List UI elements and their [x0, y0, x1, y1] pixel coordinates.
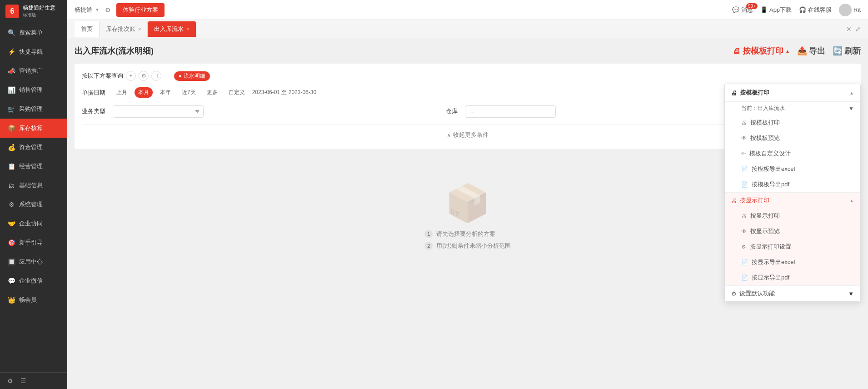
dp-template-excel-label: 按模板导出excel	[752, 165, 795, 173]
filter-row-1: 按以下方案查询 + ⚙ 《 ● 流水明细	[82, 71, 853, 81]
dp-template-print[interactable]: 🖨 按模板打印	[725, 115, 860, 130]
sidebar-bottom: ⚙ ☰	[0, 372, 67, 389]
dp-display-settings-label: 按显示打印设置	[750, 243, 791, 251]
sidebar-item-finance[interactable]: 💰 资金管理	[0, 138, 67, 157]
sidebar-item-inventory[interactable]: 📦 库存核算	[0, 119, 67, 138]
print-dropdown-panel: 🖨 按模板打印 ▲ 当前：出入库流水 ▼ 🖨 按模板打印	[724, 84, 861, 302]
sidebar-item-system[interactable]: ⚙ 系统管理	[0, 195, 67, 214]
dp-print-icon: 🖨	[731, 90, 737, 96]
vip-icon: 👑	[7, 296, 15, 304]
print-btn[interactable]: 🖨 按模板打印 ▲	[733, 45, 790, 56]
dp-footer[interactable]: ⚙ 设置默认功能 ▼	[725, 286, 860, 301]
date-btn-last-month[interactable]: 上月	[113, 87, 131, 98]
dp-display-preview[interactable]: 👁 按显示预览	[725, 224, 860, 239]
sidebar-item-label: 企业微信	[19, 277, 43, 285]
sidebar-item-operations[interactable]: 📋 经营管理	[0, 157, 67, 176]
topbar-gear-icon[interactable]: ⚙	[105, 6, 111, 14]
empty-steps: 1 请先选择要分析的方案 2 用[过滤]条件来缩小分析范围	[424, 230, 510, 254]
dp-header-chevron[interactable]: ▲	[849, 90, 854, 95]
date-btn-custom[interactable]: 自定义	[225, 87, 249, 98]
expand-window-icon[interactable]: ⤢	[855, 25, 861, 33]
dp-display-icon: 🖨	[731, 197, 737, 204]
date-btn-this-year[interactable]: 本年	[156, 87, 175, 98]
sidebar: 6 畅捷通好生意 标准版 🔍 搜索菜单 ⚡ 快捷导航 📣 营销推广 📊 销	[0, 0, 67, 389]
filter-query-label: 按以下方案查询 + ⚙ 《	[82, 71, 161, 81]
sidebar-item-enterprise[interactable]: 🤝 企业协同	[0, 214, 67, 233]
sidebar-item-label: 经营管理	[19, 162, 43, 170]
dp-template-custom-label: 模板自定义设计	[749, 150, 791, 158]
dp-display-pdf[interactable]: 📄 按显示导出pdf	[725, 270, 860, 285]
dp-display-settings[interactable]: ⚙ 按显示打印设置	[725, 239, 860, 254]
dp-header: 🖨 按模板打印 ▲	[725, 84, 860, 102]
app-download-label: App下载	[769, 6, 792, 14]
dp-current-chevron[interactable]: ▼	[848, 105, 854, 112]
dp-template-custom-icon: ✏	[741, 150, 746, 157]
trial-btn[interactable]: 体验行业方案	[116, 3, 165, 17]
user-avatar-btn[interactable]: Rit	[839, 4, 861, 16]
empty-icon: 📦	[445, 182, 490, 224]
dp-template-print-label: 按模板打印	[750, 119, 780, 127]
search-icon: 🔍	[7, 29, 15, 36]
sidebar-item-purchase[interactable]: 🛒 采购管理	[0, 100, 67, 119]
empty-step-2: 2 用[过滤]条件来缩小分析范围	[424, 242, 510, 250]
filter-add-btn[interactable]: +	[126, 71, 136, 81]
biz-select[interactable]	[113, 105, 204, 118]
collapse-more-btn[interactable]: ∧ 收起更多条件	[444, 128, 491, 142]
online-service-btn[interactable]: 🎧 在线客服	[799, 6, 832, 14]
sidebar-item-marketing[interactable]: 📣 营销推广	[0, 61, 67, 80]
step-1-num: 1	[424, 230, 433, 238]
sidebar-logo: 6 畅捷通好生意 标准版	[0, 0, 67, 23]
filter-collapse-btn[interactable]: 《	[151, 71, 161, 81]
date-btn-7days[interactable]: 近7天	[178, 87, 200, 98]
dp-template-preview[interactable]: 👁 按模板预览	[725, 130, 860, 146]
tab-flow-close[interactable]: ×	[186, 26, 189, 32]
dp-template-pdf[interactable]: 📄 按模板导出pdf	[725, 177, 860, 192]
export-btn[interactable]: 📤 导出	[797, 45, 825, 56]
main-area: 畅捷通 ▼ ⚙ 体验行业方案 💬 消息 99+ 📱 App下载 🎧 在线客服	[67, 0, 868, 389]
dp-display-header[interactable]: 🖨 按显示打印 ▲	[725, 193, 860, 208]
dp-display-chevron[interactable]: ▲	[849, 198, 854, 203]
page-content: 出入库流水(流水明细) 🖨 按模板打印 ▲ 📤 导出 🔄 刷新	[67, 38, 868, 389]
sidebar-item-guide[interactable]: 🎯 新手引导	[0, 233, 67, 252]
sidebar-item-search[interactable]: 🔍 搜索菜单	[0, 23, 67, 42]
dp-display-pdf-icon: 📄	[741, 274, 748, 281]
date-filter: 上月 本月 本年 近7天 更多 自定义 2023-06-01 至 2023-06…	[113, 87, 316, 98]
sidebar-item-label: 新手引导	[19, 239, 43, 247]
dp-display-print[interactable]: 🖨 按显示打印	[725, 208, 860, 224]
app-badge: 标准版	[23, 12, 55, 18]
dp-template-custom[interactable]: ✏ 模板自定义设计	[725, 146, 860, 161]
sidebar-item-wechat[interactable]: 💬 企业微信	[0, 271, 67, 290]
sidebar-item-quick-nav[interactable]: ⚡ 快捷导航	[0, 42, 67, 61]
dp-current: 当前：出入库流水 ▼	[725, 102, 860, 115]
sidebar-item-sales[interactable]: 📊 销售管理	[0, 80, 67, 100]
bottom-settings-icon[interactable]: ⚙	[7, 377, 13, 384]
sidebar-item-vip[interactable]: 👑 畅会员	[0, 290, 67, 309]
refresh-btn[interactable]: 🔄 刷新	[833, 45, 861, 56]
user-dropdown-icon[interactable]: ▼	[95, 7, 100, 12]
warehouse-more-icon: ···	[470, 108, 475, 115]
close-window-icon[interactable]: ✕	[846, 25, 852, 33]
dp-template-excel[interactable]: 📄 按模板导出excel	[725, 161, 860, 177]
warehouse-input[interactable]: ···	[465, 105, 556, 118]
app-download-icon: 📱	[760, 6, 768, 13]
tab-inventory-batch[interactable]: 库存批次账 ×	[100, 21, 148, 37]
tab-home[interactable]: 首页	[75, 21, 100, 37]
dp-display-excel[interactable]: 📄 按显示导出excel	[725, 254, 860, 270]
sidebar-item-app-center[interactable]: 🔲 应用中心	[0, 252, 67, 271]
app-download-btn[interactable]: 📱 App下载	[760, 6, 792, 14]
date-btn-more[interactable]: 更多	[203, 87, 221, 98]
dp-template-preview-label: 按模板预览	[750, 134, 780, 142]
export-label: 导出	[809, 45, 825, 56]
tab-flow[interactable]: 出入库流水 ×	[148, 21, 196, 37]
print-label: 按模板打印	[743, 45, 783, 56]
dp-footer-chevron: ▼	[848, 290, 854, 297]
date-btn-this-month[interactable]: 本月	[135, 87, 153, 98]
filter-gear-btn[interactable]: ⚙	[139, 71, 149, 81]
step-2-label: 用[过滤]条件来缩小分析范围	[436, 242, 510, 250]
tab-batch-close[interactable]: ×	[138, 26, 141, 32]
dp-display-pdf-label: 按显示导出pdf	[752, 274, 789, 282]
flow-tag: ● 流水明细	[174, 71, 210, 81]
message-btn[interactable]: 💬 消息 99+	[732, 6, 753, 14]
bottom-menu-icon[interactable]: ☰	[20, 377, 26, 384]
sidebar-item-base-info[interactable]: 🗂 基础信息	[0, 176, 67, 195]
